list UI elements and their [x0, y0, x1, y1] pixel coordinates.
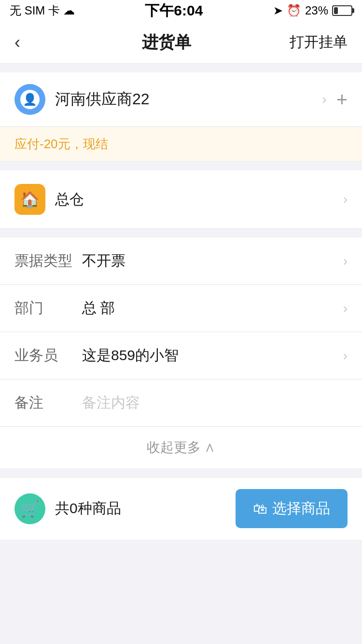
invoice-type-label: 票据类型: [14, 251, 82, 271]
back-button[interactable]: ‹: [14, 32, 43, 53]
salesperson-row[interactable]: 业务员 这是859的小智 ›: [0, 332, 362, 379]
salesperson-label: 业务员: [14, 346, 82, 365]
open-pending-button[interactable]: 打开挂单: [290, 32, 348, 52]
warehouse-icon: 🏠: [14, 184, 45, 215]
department-label: 部门: [14, 298, 82, 318]
supplier-name: 河南供应商22: [55, 89, 322, 110]
bottom-bar: 🛒 共0种商品 🛍 选择商品: [0, 477, 362, 540]
department-chevron-icon: ›: [343, 301, 348, 316]
section-gap-3: [0, 229, 362, 238]
goods-count: 共0种商品: [55, 499, 236, 518]
warehouse-row[interactable]: 🏠 总仓 ›: [0, 170, 362, 229]
salesperson-value: 这是859的小智: [82, 346, 343, 365]
collapse-toggle[interactable]: 收起更多 ∧: [0, 426, 362, 468]
alarm-icon: ⏰: [287, 4, 301, 17]
nav-bar: ‹ 进货单 打开挂单: [0, 21, 362, 64]
status-bar: 无 SIM 卡 ☁ 下午6:04 ➤ ⏰ 23%: [0, 0, 362, 21]
fields-section: 票据类型 不开票 › 部门 总 部 › 业务员 这是859的小智 › 备注 备注…: [0, 238, 362, 468]
avatar-icon: 👤: [20, 90, 40, 109]
notice-banner: 应付-20元，现结: [0, 127, 362, 162]
sim-status: 无 SIM 卡 ☁: [10, 3, 75, 18]
salesperson-chevron-icon: ›: [343, 348, 348, 364]
supplier-section: 👤 河南供应商22 › + 应付-20元，现结: [0, 72, 362, 162]
remarks-label: 备注: [14, 393, 82, 413]
warehouse-section: 🏠 总仓 ›: [0, 170, 362, 229]
section-gap-2: [0, 162, 362, 170]
cart-icon: 🛒: [14, 493, 45, 524]
section-gap-4: [0, 468, 362, 477]
remarks-input[interactable]: 备注内容: [82, 393, 348, 413]
remarks-row[interactable]: 备注 备注内容: [0, 379, 362, 426]
status-left: 无 SIM 卡 ☁: [10, 3, 75, 18]
select-goods-button[interactable]: 🛍 选择商品: [236, 489, 348, 528]
department-value: 总 部: [82, 298, 343, 318]
page-fill: [0, 540, 362, 644]
select-goods-cart-icon: 🛍: [253, 501, 267, 517]
add-supplier-button[interactable]: +: [336, 89, 348, 111]
warehouse-name: 总仓: [55, 190, 343, 210]
status-time: 下午6:04: [145, 1, 203, 21]
status-right: ➤ ⏰ 23%: [273, 4, 352, 17]
battery-icon: [332, 5, 352, 16]
supplier-chevron-icon: ›: [322, 92, 326, 107]
invoice-type-row[interactable]: 票据类型 不开票 ›: [0, 238, 362, 285]
department-row[interactable]: 部门 总 部 ›: [0, 285, 362, 332]
battery-percent: 23%: [305, 4, 328, 17]
select-goods-label: 选择商品: [272, 499, 330, 518]
page-title: 进货单: [142, 31, 191, 54]
invoice-type-chevron-icon: ›: [343, 253, 348, 269]
supplier-row[interactable]: 👤 河南供应商22 › +: [0, 72, 362, 127]
supplier-avatar: 👤: [14, 84, 45, 115]
invoice-type-value: 不开票: [82, 251, 343, 271]
section-gap-1: [0, 64, 362, 72]
location-icon: ➤: [273, 4, 283, 17]
warehouse-chevron-icon: ›: [343, 192, 348, 207]
